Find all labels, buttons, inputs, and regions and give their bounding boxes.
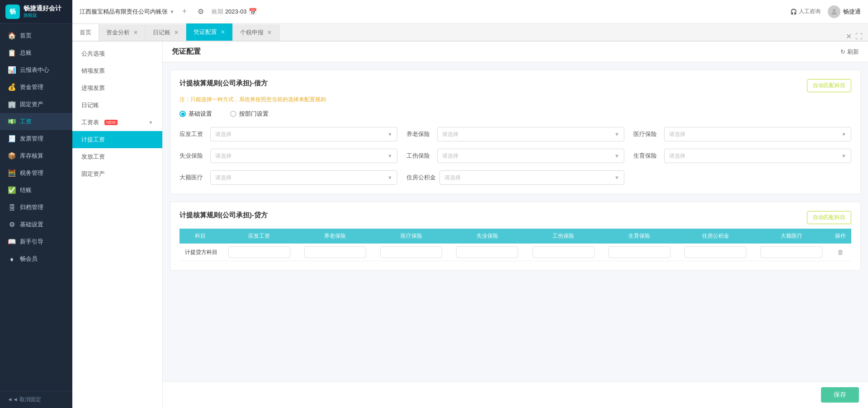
- field-yanglao: 养老保险 请选择 ▼: [406, 127, 624, 141]
- yanglao-select[interactable]: 请选择 ▼: [437, 127, 624, 141]
- sidebar-item-member[interactable]: ♦ 畅会员: [0, 250, 72, 267]
- select-placeholder: 请选择: [444, 174, 461, 182]
- shengyu-select[interactable]: 请选择 ▼: [664, 149, 851, 163]
- radio-by-dept-circle: [230, 111, 236, 117]
- credit-table: 科目 应发工资 养老保险 医疗保险 失业保险 工伤保险 生育保险 住房公积金 大…: [179, 229, 851, 261]
- tab-label: 个税申报: [240, 28, 264, 37]
- radio-basic[interactable]: 基础设置: [179, 110, 212, 118]
- shiye-select[interactable]: 请选择 ▼: [210, 149, 397, 163]
- cell-input-yingfa[interactable]: [228, 246, 290, 258]
- calendar-icon[interactable]: 📅: [249, 8, 257, 16]
- sidebar-item-general-ledger[interactable]: 📋 总账: [0, 44, 72, 61]
- tab-tax-report[interactable]: 个税申报 ✕: [233, 24, 279, 41]
- left-menu: 公共选项 销项发票 进项发票 日记账 工资表 NEW ▼ 计提工资 发放工资: [72, 42, 163, 408]
- left-menu-item-public-options[interactable]: 公共选项: [72, 45, 162, 62]
- cell-input-yiliao[interactable]: [380, 246, 442, 258]
- tab-close-icon[interactable]: ✕: [267, 29, 272, 36]
- sidebar-item-cloud-report[interactable]: 📊 云报表中心: [0, 61, 72, 79]
- tab-close-icon[interactable]: ✕: [221, 29, 225, 35]
- select-placeholder: 请选择: [215, 131, 231, 138]
- sidebar-item-basic-settings[interactable]: ⚙ 基础设置: [0, 216, 72, 233]
- page-header: 凭证配置 ↻ 刷新: [163, 42, 868, 62]
- add-tab-button[interactable]: +: [179, 6, 190, 17]
- close-window-icon[interactable]: ✕: [846, 32, 852, 41]
- gongshang-select[interactable]: 请选择 ▼: [437, 149, 624, 163]
- dae-yiliao-select[interactable]: 请选择 ▼: [210, 170, 397, 185]
- select-arrow-icon: ▼: [614, 175, 619, 180]
- maximize-icon[interactable]: ⛶: [855, 33, 863, 41]
- select-placeholder: 请选择: [442, 152, 458, 160]
- sidebar-item-tax[interactable]: 🧮 税务管理: [0, 164, 72, 182]
- headset-icon: 🎧: [790, 9, 797, 15]
- user-info[interactable]: 畅捷通: [828, 5, 861, 18]
- svg-point-0: [833, 9, 835, 12]
- credit-auto-match-button[interactable]: 自动匹配科目: [807, 211, 851, 224]
- left-menu-item-purchase-invoice[interactable]: 进项发票: [72, 80, 162, 97]
- sidebar-item-fixed-assets[interactable]: 🏢 固定资产: [0, 96, 72, 113]
- ledger-icon: 📋: [7, 49, 16, 57]
- debit-section-note: 注：只能选择一种方式，系统将按照您当前的选择来配置规则: [179, 96, 851, 103]
- logo-icon: 畅: [5, 5, 20, 19]
- radio-by-dept-label: 按部门设置: [239, 110, 269, 118]
- app-name: 畅捷通好会计: [24, 5, 61, 12]
- tab-fund-analysis[interactable]: 资金分析 ✕: [99, 24, 146, 41]
- yingfa-gongzi-select[interactable]: 请选择 ▼: [210, 127, 397, 141]
- sidebar-item-archive[interactable]: 🗄 归档管理: [0, 199, 72, 216]
- sidebar-item-label: 工资: [20, 117, 32, 126]
- service-button[interactable]: 🎧 人工咨询: [790, 8, 821, 15]
- select-placeholder: 请选择: [669, 152, 685, 160]
- cell-delete: 🗑: [830, 244, 851, 261]
- field-label: 医疗保险: [633, 130, 660, 138]
- sidebar-item-home[interactable]: 🏠 首页: [0, 27, 72, 44]
- sidebar-item-fund-management[interactable]: 💰 资金管理: [0, 79, 72, 96]
- tab-journal[interactable]: 日记账 ✕: [146, 24, 186, 41]
- sidebar-item-label: 总账: [20, 49, 32, 57]
- sidebar-item-invoice[interactable]: 🧾 发票管理: [0, 130, 72, 147]
- radio-by-dept[interactable]: 按部门设置: [230, 110, 269, 118]
- debit-auto-match-button[interactable]: 自动匹配科目: [807, 79, 851, 92]
- expand-arrow-icon: ▼: [148, 120, 153, 125]
- sidebar-unpin-button[interactable]: ◄◄ 取消固定: [0, 391, 72, 408]
- zhufang-select[interactable]: 请选择 ▼: [439, 170, 624, 185]
- tab-close-icon[interactable]: ✕: [133, 29, 138, 36]
- sidebar-item-guide[interactable]: 📖 新手引导: [0, 233, 72, 250]
- save-button[interactable]: 保存: [821, 387, 859, 403]
- cell-input-gongshang[interactable]: [533, 246, 594, 258]
- cell-input-shiye[interactable]: [456, 246, 518, 258]
- sidebar-item-salary[interactable]: 💵 工资: [0, 113, 72, 130]
- period-label: 账期: [212, 8, 223, 16]
- tab-bar-actions: ✕ ⛶: [840, 32, 868, 41]
- company-selector[interactable]: 江西服宝精品有限责任公司内账张 ▼: [80, 8, 175, 16]
- cell-input-dae[interactable]: [760, 246, 822, 258]
- left-menu-item-journal[interactable]: 日记账: [72, 97, 162, 114]
- sidebar-item-inventory[interactable]: 📦 库存核算: [0, 147, 72, 164]
- sidebar-item-label: 基础设置: [20, 220, 43, 229]
- yiliao-select[interactable]: 请选择 ▼: [664, 127, 851, 141]
- left-menu-item-fixed-assets[interactable]: 固定资产: [72, 165, 162, 183]
- tab-home[interactable]: 首页: [72, 24, 99, 41]
- topbar-settings-button[interactable]: ⚙: [194, 5, 207, 18]
- building-icon: 🏢: [7, 100, 16, 108]
- salary-icon: 💵: [7, 117, 16, 126]
- credit-table-body: 计提贷方科目 🗑: [179, 244, 851, 261]
- left-menu-item-sales-invoice[interactable]: 销项发票: [72, 62, 162, 80]
- refresh-button[interactable]: ↻ 刷新: [840, 48, 859, 56]
- cell-input-yanglao[interactable]: [304, 246, 366, 258]
- left-menu-item-accrued-salary[interactable]: 计提工资: [72, 131, 162, 148]
- tab-voucher-config[interactable]: 凭证配置 ✕: [186, 23, 233, 41]
- sidebar-item-checkout[interactable]: ✅ 结账: [0, 182, 72, 199]
- tab-close-icon[interactable]: ✕: [174, 29, 179, 36]
- left-menu-item-pay-salary[interactable]: 发放工资: [72, 148, 162, 165]
- period-value: 2023-03: [225, 8, 247, 15]
- cell-input-zhufang[interactable]: [684, 246, 746, 258]
- credit-section-header: 计提核算规则(公司承担)-贷方 自动匹配科目: [179, 211, 851, 224]
- sidebar-logo: 畅 畅捷通好会计 旗舰版: [0, 0, 72, 23]
- member-icon: ♦: [7, 255, 16, 263]
- menu-label: 固定资产: [81, 170, 105, 178]
- cell-input-shengyu[interactable]: [609, 246, 670, 258]
- menu-label: 计提工资: [81, 136, 105, 144]
- col-shiye: 失业保险: [449, 229, 525, 244]
- delete-row-icon[interactable]: 🗑: [837, 249, 844, 256]
- left-menu-item-salary-table[interactable]: 工资表 NEW ▼: [72, 114, 162, 131]
- settings-icon: ⚙: [7, 220, 16, 229]
